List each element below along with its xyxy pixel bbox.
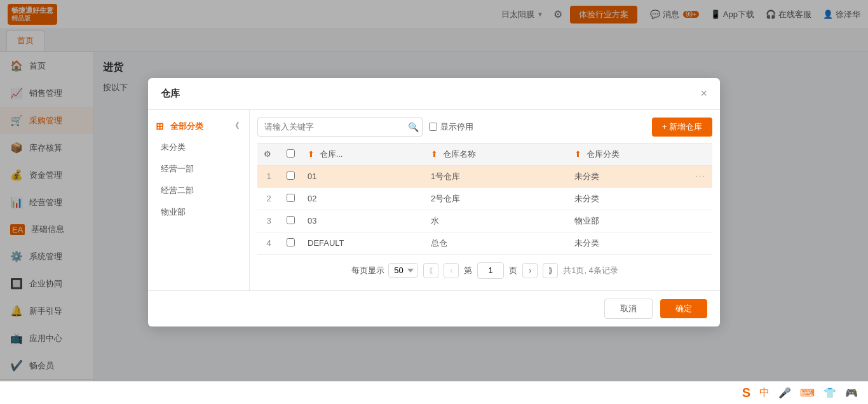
category-header-label: 全部分类 [170, 121, 203, 132]
grid-icon: ⊞ [156, 121, 164, 132]
keyboard-icon[interactable]: ⌨ [800, 387, 815, 399]
th-code: ⬆ 仓库... [301, 143, 424, 165]
show-disabled-toggle[interactable]: 显示停用 [429, 121, 473, 133]
row-2-name: 2号仓库 [424, 187, 569, 210]
row-3-checkbox[interactable] [280, 210, 301, 232]
table-row[interactable]: 2 02 2号仓库 未分类 [257, 187, 712, 210]
row-3-num: 3 [257, 210, 280, 232]
page-next-button[interactable]: › [522, 263, 538, 278]
sogou-icon[interactable]: S [742, 386, 750, 400]
bottom-taskbar: S 中 🎤 ⌨ 👕 🎮 [0, 381, 868, 404]
category-item-biz2[interactable]: 经营二部 [148, 180, 249, 201]
row-1-dots[interactable]: ··· [695, 171, 706, 180]
sort-icon-code: ⬆ [308, 149, 315, 159]
game-icon[interactable]: 🎮 [845, 387, 858, 399]
category-collapse-button[interactable]: 《 [229, 120, 241, 133]
category-item-biz1[interactable]: 经营一部 [148, 158, 249, 180]
row-4-category: 未分类 [568, 232, 712, 254]
table-row[interactable]: 1 01 1号仓库 未分类 ··· [257, 165, 712, 187]
skin-icon[interactable]: 👕 [824, 387, 836, 399]
page-first-button[interactable]: ⟪ [423, 263, 438, 278]
page-unit: 页 [509, 265, 517, 276]
category-header: ⊞ 全部分类 《 [148, 116, 249, 137]
row-1-name: 1号仓库 [424, 165, 569, 187]
row-4-cb[interactable] [287, 238, 295, 246]
modal-header: 仓库 × [148, 78, 720, 110]
warehouse-table: ⚙ ⬆ 仓库... ⬆ 仓库名称 [257, 143, 712, 255]
sort-icon-name: ⬆ [431, 149, 438, 159]
category-panel: ⊞ 全部分类 《 未分类 经营一部 经营二部 物业部 [148, 110, 250, 290]
th-gear: ⚙ [257, 143, 280, 165]
microphone-icon[interactable]: 🎤 [778, 387, 791, 399]
per-page-selector: 每页显示 50 [351, 263, 418, 278]
row-1-checkbox[interactable] [280, 165, 301, 187]
table-head: ⚙ ⬆ 仓库... ⬆ 仓库名称 [257, 143, 712, 165]
page-last-button[interactable]: ⟫ [543, 263, 558, 278]
pagination-total: 共1页, 4条记录 [563, 265, 618, 276]
row-2-num: 2 [257, 187, 280, 210]
row-3-code: 03 [301, 210, 424, 232]
modal-footer: 取消 确定 [148, 290, 720, 327]
row-4-checkbox[interactable] [280, 232, 301, 254]
sort-icon-category: ⬆ [574, 149, 581, 159]
modal-body: ⊞ 全部分类 《 未分类 经营一部 经营二部 物业部 [148, 110, 720, 290]
show-disabled-label: 显示停用 [440, 121, 473, 133]
per-page-label: 每页显示 [351, 265, 384, 276]
row-1-code: 01 [301, 165, 424, 187]
row-4-num: 4 [257, 232, 280, 254]
row-2-category: 未分类 [568, 187, 712, 210]
warehouse-modal: 仓库 × ⊞ 全部分类 《 未分类 经营一部 [148, 78, 720, 327]
table-row[interactable]: 3 03 水 物业部 [257, 210, 712, 232]
search-input[interactable] [257, 118, 423, 137]
row-2-checkbox[interactable] [280, 187, 301, 210]
add-warehouse-button[interactable]: + 新增仓库 [652, 118, 712, 137]
row-3-name: 水 [424, 210, 569, 232]
row-2-code: 02 [301, 187, 424, 210]
table-toolbar: 🔍 显示停用 + 新增仓库 [257, 118, 712, 137]
row-4-name: 总仓 [424, 232, 569, 254]
show-disabled-checkbox[interactable] [429, 123, 437, 131]
modal-overlay: 仓库 × ⊞ 全部分类 《 未分类 经营一部 [0, 0, 868, 404]
category-item-uncategorized[interactable]: 未分类 [148, 137, 249, 158]
confirm-button[interactable]: 确定 [660, 299, 707, 318]
row-1-cb[interactable] [287, 172, 295, 180]
row-1-category: 未分类 ··· [568, 165, 712, 187]
row-3-cb[interactable] [287, 216, 295, 224]
per-page-select[interactable]: 50 [388, 263, 418, 278]
chinese-input-icon[interactable]: 中 [759, 386, 770, 400]
table-panel: 🔍 显示停用 + 新增仓库 ⚙ [250, 110, 720, 290]
th-category: ⬆ 仓库分类 [568, 143, 712, 165]
th-name: ⬆ 仓库名称 [424, 143, 569, 165]
page-label: 第 [464, 265, 472, 276]
modal-title: 仓库 [161, 88, 180, 100]
table-wrapper: ⚙ ⬆ 仓库... ⬆ 仓库名称 [257, 143, 712, 255]
row-3-category: 物业部 [568, 210, 712, 232]
search-input-wrap: 🔍 [257, 118, 423, 137]
cancel-button[interactable]: 取消 [604, 299, 653, 319]
page-input[interactable] [477, 262, 504, 279]
th-checkbox [280, 143, 301, 165]
table-row[interactable]: 4 DEFAULT 总仓 未分类 [257, 232, 712, 254]
pagination-bar: 每页显示 50 ⟪ ‹ 第 页 › ⟫ 共1页, 4条记录 [257, 255, 712, 283]
select-all-checkbox[interactable] [287, 149, 295, 158]
row-4-code: DEFAULT [301, 232, 424, 254]
search-button[interactable]: 🔍 [408, 122, 419, 132]
row-1-num: 1 [257, 165, 280, 187]
table-body: 1 01 1号仓库 未分类 ··· 2 [257, 165, 712, 254]
category-item-property[interactable]: 物业部 [148, 201, 249, 223]
page-prev-button[interactable]: ‹ [444, 263, 459, 278]
modal-close-button[interactable]: × [700, 87, 707, 100]
row-2-cb[interactable] [287, 194, 295, 202]
